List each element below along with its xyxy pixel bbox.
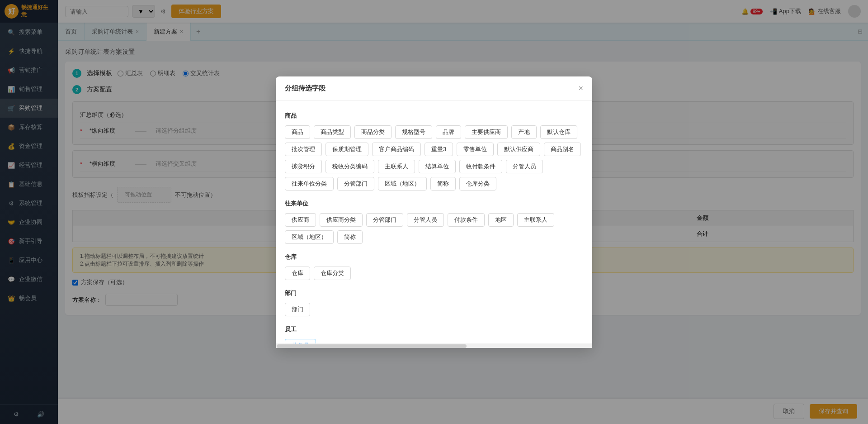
field-warehouse[interactable]: 仓库 — [285, 267, 310, 280]
field-product-alias[interactable]: 商品别名 — [544, 143, 581, 156]
field-dept[interactable]: 部门 — [285, 303, 310, 316]
field-region-product[interactable]: 区域（地区） — [378, 177, 427, 191]
dept-fields: 部门 — [285, 303, 583, 316]
field-short-name-product[interactable]: 简称 — [430, 177, 456, 191]
modal-dialog: 分组待选字段 × 商品 商品 商品类型 商品分类 规格型号 品牌 主要供应商 产… — [276, 76, 592, 348]
field-manager-staff[interactable]: 分管人员 — [506, 160, 543, 173]
field-salesperson[interactable]: 业务员 — [285, 339, 316, 344]
field-product-category[interactable]: 商品分类 — [354, 125, 392, 139]
field-region[interactable]: 地区 — [488, 213, 514, 227]
field-warehouse-category[interactable]: 仓库分类 — [314, 267, 351, 280]
field-supplier-category[interactable]: 供应商分类 — [320, 213, 363, 227]
field-region2[interactable]: 区域（地区） — [285, 230, 334, 244]
field-default-warehouse[interactable]: 默认仓库 — [540, 125, 577, 139]
modal-close-btn[interactable]: × — [578, 84, 583, 93]
field-main-contact2[interactable]: 主联系人 — [517, 213, 554, 227]
modal-title: 分组待选字段 — [285, 84, 326, 93]
section-title-partner: 往来单位 — [285, 200, 583, 208]
field-settlement-unit[interactable]: 结算单位 — [419, 160, 456, 173]
warehouse-fields: 仓库 仓库分类 — [285, 267, 583, 280]
modal-header: 分组待选字段 × — [276, 76, 592, 101]
product-fields: 商品 商品类型 商品分类 规格型号 品牌 主要供应商 产地 默认仓库 批次管理 … — [285, 125, 583, 191]
modal-hscroll-thumb — [277, 344, 467, 348]
field-dept-managed[interactable]: 分管部门 — [337, 177, 374, 191]
modal-hscroll[interactable] — [276, 343, 592, 348]
modal-body: 商品 商品 商品类型 商品分类 规格型号 品牌 主要供应商 产地 默认仓库 批次… — [276, 101, 592, 344]
field-short-name2[interactable]: 简称 — [337, 230, 363, 244]
field-spec-model[interactable]: 规格型号 — [395, 125, 432, 139]
section-title-product: 商品 — [285, 112, 583, 120]
field-main-contact[interactable]: 主联系人 — [378, 160, 415, 173]
field-dept-managed2[interactable]: 分管部门 — [366, 213, 403, 227]
field-origin[interactable]: 产地 — [511, 125, 537, 139]
field-supplier[interactable]: 供应商 — [285, 213, 316, 227]
field-product[interactable]: 商品 — [285, 125, 310, 139]
section-title-dept: 部门 — [285, 289, 583, 297]
field-main-supplier[interactable]: 主要供应商 — [465, 125, 508, 139]
field-batch-mgmt[interactable]: 批次管理 — [285, 143, 322, 156]
field-quality-mgmt[interactable]: 保质期管理 — [326, 143, 368, 156]
field-retail-unit[interactable]: 零售单位 — [457, 143, 494, 156]
section-title-warehouse: 仓库 — [285, 253, 583, 261]
field-customer-code[interactable]: 客户商品编码 — [372, 143, 421, 156]
field-product-type[interactable]: 商品类型 — [314, 125, 351, 139]
field-pick-score[interactable]: 拣货积分 — [285, 160, 322, 173]
field-tax-code[interactable]: 税收分类编码 — [326, 160, 374, 173]
partner-fields: 供应商 供应商分类 分管部门 分管人员 付款条件 地区 主联系人 区域（地区） … — [285, 213, 583, 244]
modal-overlay[interactable]: 分组待选字段 × 商品 商品 商品类型 商品分类 规格型号 品牌 主要供应商 产… — [0, 0, 868, 424]
field-brand[interactable]: 品牌 — [436, 125, 461, 139]
field-weight3[interactable]: 重量3 — [425, 143, 453, 156]
field-payment-terms[interactable]: 收付款条件 — [459, 160, 502, 173]
section-title-staff: 员工 — [285, 325, 583, 333]
field-default-supplier[interactable]: 默认供应商 — [497, 143, 540, 156]
field-manager-staff2[interactable]: 分管人员 — [407, 213, 444, 227]
staff-fields: 业务员 — [285, 339, 583, 344]
field-warehouse-category-product[interactable]: 仓库分类 — [459, 177, 496, 191]
field-partner-category[interactable]: 往来单位分类 — [285, 177, 334, 191]
field-payment-terms2[interactable]: 付款条件 — [448, 213, 485, 227]
